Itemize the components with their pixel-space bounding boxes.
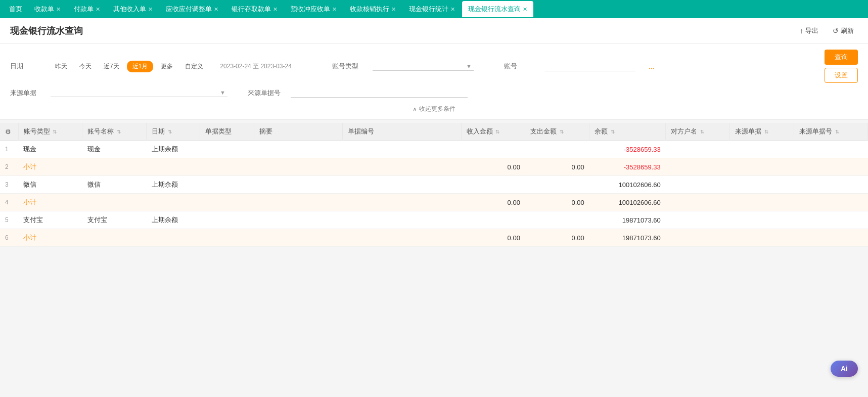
nav-tab-close-icon[interactable]: ✕ <box>96 6 100 13</box>
sort-income-icon: ⇅ <box>495 129 499 135</box>
cell-doc-no <box>343 229 461 247</box>
col-doc-type[interactable]: 单据类型 <box>200 123 254 141</box>
col-account-type[interactable]: 账号类型 ⇅ <box>18 123 82 141</box>
date-label: 日期 <box>10 62 40 71</box>
header-bar: 现金银行流水查询 ↑ 导出 ↺ 刷新 <box>0 18 868 43</box>
nav-tab-close-icon[interactable]: ✕ <box>214 6 218 13</box>
account-type-select[interactable]: ▼ <box>373 62 474 71</box>
cell-account-type: 小计 <box>18 229 82 247</box>
source-doc-label: 来源单据 <box>10 89 40 98</box>
date-btn-1month[interactable]: 近1月 <box>127 61 154 72</box>
account-input[interactable] <box>544 62 635 71</box>
col-date[interactable]: 日期 ⇅ <box>147 123 200 141</box>
cell-expense <box>525 211 589 229</box>
date-btn-7days[interactable]: 近7天 <box>99 61 124 72</box>
cell-income <box>461 141 525 158</box>
date-btn-yesterday[interactable]: 昨天 <box>51 61 72 72</box>
cell-summary <box>254 158 343 176</box>
sort-account-type-icon: ⇅ <box>53 129 57 135</box>
col-source-doc[interactable]: 来源单据 ⇅ <box>730 123 794 141</box>
nav-tab-现金银行统计[interactable]: 现金银行统计✕ <box>403 1 461 17</box>
date-range: 2023-02-24 至 2023-03-24 <box>220 62 291 71</box>
row-num: 6 <box>0 229 18 247</box>
nav-tab-银行存取款单[interactable]: 银行存取款单✕ <box>225 1 284 17</box>
nav-tab-收款单[interactable]: 收款单✕ <box>28 1 67 17</box>
cell-source-doc-no <box>794 229 867 247</box>
table-header-row: ⚙ 账号类型 ⇅ 账号名称 ⇅ 日期 ⇅ 单据类型 摘要 单据编号 收入金额 ⇅… <box>0 123 868 141</box>
cell-counterpart <box>666 176 730 194</box>
export-label: 导出 <box>805 26 818 35</box>
source-doc-chevron-icon: ▼ <box>220 90 225 96</box>
nav-tab-现金银行流水查询[interactable]: 现金银行流水查询✕ <box>462 1 533 17</box>
cell-source-doc-no <box>794 158 867 176</box>
account-text-input[interactable] <box>546 63 633 70</box>
row-num: 4 <box>0 194 18 211</box>
cell-balance: 19871073.60 <box>589 229 666 247</box>
cell-doc-no <box>343 211 461 229</box>
sort-expense-icon: ⇅ <box>560 129 564 135</box>
nav-tabs: 收款单✕付款单✕其他收入单✕应收应付调整单✕银行存取款单✕预收冲应收单✕收款核销… <box>28 1 533 17</box>
cell-account-name <box>82 158 147 176</box>
nav-tab-label: 其他收入单 <box>113 5 146 14</box>
source-doc-no-text-input[interactable] <box>293 89 466 96</box>
nav-tab-付款单[interactable]: 付款单✕ <box>68 1 106 17</box>
cell-date: 上期余额 <box>147 176 200 194</box>
cell-source-doc-no <box>794 194 867 211</box>
nav-tab-label: 付款单 <box>74 5 94 14</box>
cell-summary <box>254 141 343 158</box>
date-btn-more[interactable]: 更多 <box>156 61 177 72</box>
nav-tab-close-icon[interactable]: ✕ <box>391 6 396 13</box>
sort-balance-icon: ⇅ <box>611 129 615 135</box>
col-doc-no[interactable]: 单据编号 <box>343 123 461 141</box>
col-expense[interactable]: 支出金额 ⇅ <box>525 123 589 141</box>
cell-source-doc-no <box>794 176 867 194</box>
source-doc-no-input[interactable] <box>291 88 468 98</box>
nav-tab-label: 收款核销执行 <box>350 5 389 14</box>
refresh-button[interactable]: ↺ 刷新 <box>829 24 858 37</box>
cell-income <box>461 211 525 229</box>
nav-tab-收款核销执行[interactable]: 收款核销执行✕ <box>344 1 402 17</box>
nav-tab-预收冲应收单[interactable]: 预收冲应收单✕ <box>285 1 343 17</box>
date-btn-custom[interactable]: 自定义 <box>180 61 208 72</box>
account-dots-button[interactable]: ... <box>646 61 658 71</box>
cell-doc-no <box>343 194 461 211</box>
export-button[interactable]: ↑ 导出 <box>796 24 823 37</box>
cell-date <box>147 194 200 211</box>
col-income[interactable]: 收入金额 ⇅ <box>461 123 525 141</box>
nav-tab-close-icon[interactable]: ✕ <box>332 6 337 13</box>
cell-balance: 100102606.60 <box>589 176 666 194</box>
cell-account-name <box>82 194 147 211</box>
col-gear[interactable]: ⚙ <box>0 123 18 141</box>
col-account-name[interactable]: 账号名称 ⇅ <box>82 123 147 141</box>
nav-tab-应收应付调整单[interactable]: 应收应付调整单✕ <box>160 1 224 17</box>
collapse-bar[interactable]: ∧ 收起更多条件 <box>10 103 858 113</box>
col-counterpart[interactable]: 对方户名 ⇅ <box>666 123 730 141</box>
query-button[interactable]: 查询 <box>825 50 858 65</box>
col-balance[interactable]: 余额 ⇅ <box>589 123 666 141</box>
nav-tab-label: 预收冲应收单 <box>291 5 330 14</box>
cell-doc-no <box>343 158 461 176</box>
nav-tab-close-icon[interactable]: ✕ <box>56 6 61 13</box>
nav-tab-其他收入单[interactable]: 其他收入单✕ <box>107 1 159 17</box>
cell-doc-type <box>200 211 254 229</box>
page-title: 现金银行流水查询 <box>10 25 83 37</box>
nav-tab-close-icon[interactable]: ✕ <box>273 6 278 13</box>
nav-tab-close-icon[interactable]: ✕ <box>523 6 527 13</box>
filter-row-1: 日期 昨天 今天 近7天 近1月 更多 自定义 2023-02-24 至 202… <box>10 50 858 83</box>
settings-button[interactable]: 设置 <box>825 68 858 83</box>
refresh-icon: ↺ <box>833 27 839 35</box>
date-btn-today[interactable]: 今天 <box>75 61 96 72</box>
cell-source-doc <box>730 194 794 211</box>
cell-balance: 19871073.60 <box>589 211 666 229</box>
nav-tab-label: 收款单 <box>34 5 54 14</box>
nav-tab-label: 银行存取款单 <box>232 5 271 14</box>
col-summary[interactable]: 摘要 <box>254 123 343 141</box>
col-source-doc-no[interactable]: 来源单据号 ⇅ <box>794 123 867 141</box>
nav-tab-close-icon[interactable]: ✕ <box>148 6 153 13</box>
source-doc-select[interactable]: ▼ <box>51 89 227 97</box>
cell-counterpart <box>666 141 730 158</box>
nav-tab-close-icon[interactable]: ✕ <box>450 6 455 13</box>
nav-home[interactable]: 首页 <box>4 3 27 16</box>
collapse-icon: ∧ <box>413 106 417 113</box>
cell-income <box>461 176 525 194</box>
